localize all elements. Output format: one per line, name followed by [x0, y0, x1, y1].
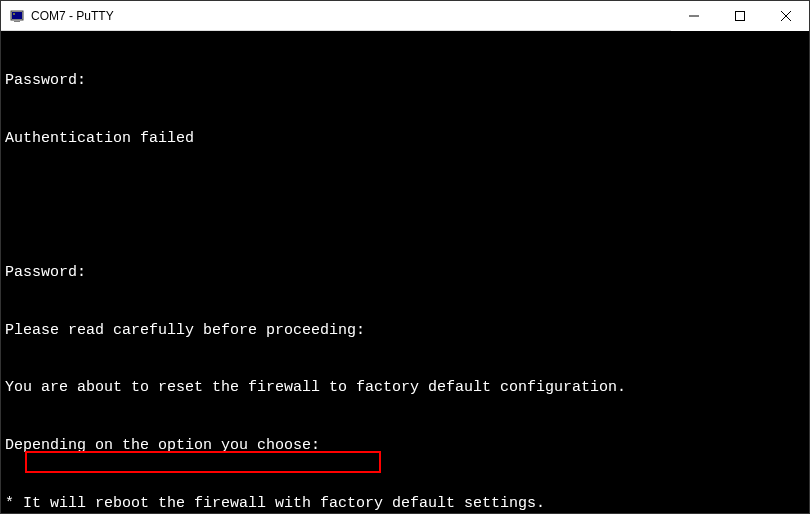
minimize-button[interactable] [671, 1, 717, 31]
terminal-line: You are about to reset the firewall to f… [5, 378, 805, 397]
window-title: COM7 - PuTTY [31, 9, 671, 23]
terminal-line: Depending on the option you choose: [5, 436, 805, 455]
svg-rect-5 [736, 12, 745, 21]
titlebar[interactable]: COM7 - PuTTY [1, 1, 809, 31]
maximize-button[interactable] [717, 1, 763, 31]
svg-rect-1 [12, 12, 22, 19]
terminal-line: Authentication failed [5, 129, 805, 148]
terminal-line: * It will reboot the firewall with facto… [5, 494, 805, 513]
close-button[interactable] [763, 1, 809, 31]
terminal-line: Please read carefully before proceeding: [5, 321, 805, 340]
terminal-area[interactable]: Password: Authentication failed Password… [1, 31, 809, 513]
window-controls [671, 1, 809, 30]
terminal-line: Password: [5, 71, 805, 90]
svg-rect-2 [14, 21, 20, 22]
terminal-line: Password: [5, 263, 805, 282]
putty-icon [9, 8, 25, 24]
svg-point-3 [13, 13, 15, 15]
putty-window: COM7 - PuTTY Password: Authentication fa… [0, 0, 810, 514]
